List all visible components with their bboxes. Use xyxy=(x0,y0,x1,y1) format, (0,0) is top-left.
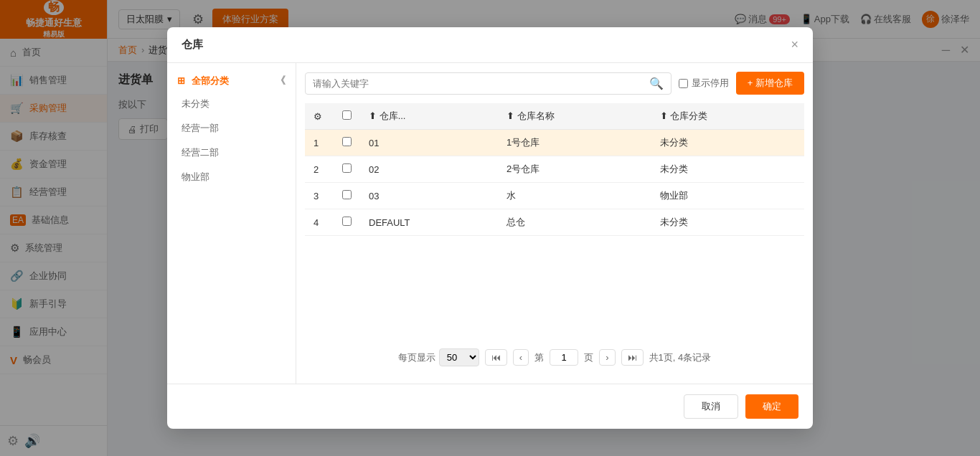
dialog-header: 仓库 × xyxy=(167,27,813,63)
search-icon: 🔍 xyxy=(649,77,664,90)
per-page-wrap: 每页显示 50 20 100 xyxy=(398,348,479,366)
page-next-btn[interactable]: › xyxy=(599,349,615,366)
row-check-3[interactable] xyxy=(334,183,360,209)
col-checkbox xyxy=(334,103,360,130)
row-check-2[interactable] xyxy=(334,156,360,183)
row-code-1: 01 xyxy=(360,130,498,156)
dialog-body: ⊞ 全部分类 《 未分类 经营一部 经营二部 物业部 🔍 xyxy=(167,63,813,384)
row-num-1: 1 xyxy=(305,130,334,156)
page-prev-btn[interactable]: ‹ xyxy=(513,349,529,366)
row-name-3: 水 xyxy=(498,183,651,209)
modal-overlay: 仓库 × ⊞ 全部分类 《 未分类 经营一部 经营二部 物业部 xyxy=(0,0,980,456)
grid-icon: ⊞ xyxy=(177,75,185,86)
show-disabled-checkbox[interactable] xyxy=(679,79,688,88)
row-num-3: 3 xyxy=(305,183,334,209)
per-page-label: 每页显示 xyxy=(398,351,435,364)
category-item-uncategorized[interactable]: 未分类 xyxy=(167,92,296,116)
category-header-label[interactable]: 全部分类 xyxy=(192,75,229,86)
row-category-3: 物业部 xyxy=(651,183,804,209)
table-toolbar: 🔍 显示停用 + 新增仓库 xyxy=(305,72,804,95)
pagination: 每页显示 50 20 100 ⏮ ‹ 第 页 › ⏭ 共1页, 4条记录 xyxy=(305,340,804,375)
dialog-footer: 取消 确定 xyxy=(167,384,813,429)
col-code-header[interactable]: ⬆ 仓库... xyxy=(360,103,498,130)
confirm-button[interactable]: 确定 xyxy=(745,394,798,419)
row-name-1: 1号仓库 xyxy=(498,130,651,156)
search-wrap: 🔍 xyxy=(305,72,672,95)
show-disabled-label: 显示停用 xyxy=(679,77,729,90)
search-input[interactable] xyxy=(313,78,649,89)
row-code-3: 03 xyxy=(360,183,498,209)
show-disabled-text: 显示停用 xyxy=(692,77,729,90)
total-text: 共1页, 4条记录 xyxy=(649,351,712,364)
table-header-row: ⚙ ⬆ 仓库... ⬆ 仓库名称 xyxy=(305,103,804,130)
table-panel: 🔍 显示停用 + 新增仓库 ⚙ xyxy=(296,63,813,384)
row-name-2: 2号仓库 xyxy=(498,156,651,183)
col-category-header[interactable]: ⬆ 仓库分类 xyxy=(651,103,804,130)
warehouse-dialog: 仓库 × ⊞ 全部分类 《 未分类 经营一部 经营二部 物业部 xyxy=(167,27,813,429)
select-all-checkbox[interactable] xyxy=(342,110,352,120)
sort-icon3: ⬆ xyxy=(660,110,668,121)
table-row[interactable]: 1 01 1号仓库 未分类 xyxy=(305,130,804,156)
table-body: 1 01 1号仓库 未分类 2 02 2号仓库 未分类 xyxy=(305,130,804,236)
row-num-4: 4 xyxy=(305,209,334,236)
warehouse-table: ⚙ ⬆ 仓库... ⬆ 仓库名称 xyxy=(305,103,804,236)
sort-icon2: ⬆ xyxy=(507,110,514,121)
row-code-2: 02 xyxy=(360,156,498,183)
dialog-close-button[interactable]: × xyxy=(791,37,798,52)
row-category-1: 未分类 xyxy=(651,130,804,156)
category-panel-header: ⊞ 全部分类 《 xyxy=(167,70,296,92)
category-item-ops1[interactable]: 经营一部 xyxy=(167,116,296,141)
dialog-title: 仓库 xyxy=(182,38,203,52)
per-page-select[interactable]: 50 20 100 xyxy=(439,348,479,366)
page-last-btn[interactable]: ⏭ xyxy=(621,349,644,366)
page-num-input[interactable] xyxy=(550,349,578,366)
category-item-property[interactable]: 物业部 xyxy=(167,165,296,189)
row-check-1[interactable] xyxy=(334,130,360,156)
col-gear: ⚙ xyxy=(305,103,334,130)
table-row[interactable]: 2 02 2号仓库 未分类 xyxy=(305,156,804,183)
row-code-4: DEFAULT xyxy=(360,209,498,236)
category-panel: ⊞ 全部分类 《 未分类 经营一部 经营二部 物业部 xyxy=(167,63,296,384)
row-category-2: 未分类 xyxy=(651,156,804,183)
row-name-4: 总仓 xyxy=(498,209,651,236)
row-category-4: 未分类 xyxy=(651,209,804,236)
page-first-btn[interactable]: ⏮ xyxy=(485,349,507,366)
table-row[interactable]: 4 DEFAULT 总仓 未分类 xyxy=(305,209,804,236)
col-name-header[interactable]: ⬆ 仓库名称 xyxy=(498,103,651,130)
gear-col-icon[interactable]: ⚙ xyxy=(314,111,322,122)
table-row[interactable]: 3 03 水 物业部 xyxy=(305,183,804,209)
cancel-button[interactable]: 取消 xyxy=(684,394,738,419)
page-unit: 页 xyxy=(584,351,593,364)
row-num-2: 2 xyxy=(305,156,334,183)
category-item-ops2[interactable]: 经营二部 xyxy=(167,141,296,165)
sort-icon: ⬆ xyxy=(369,110,377,121)
add-warehouse-btn[interactable]: + 新增仓库 xyxy=(736,72,804,95)
row-check-4[interactable] xyxy=(334,209,360,236)
collapse-btn[interactable]: 《 xyxy=(275,75,286,87)
page-label: 第 xyxy=(534,351,544,364)
